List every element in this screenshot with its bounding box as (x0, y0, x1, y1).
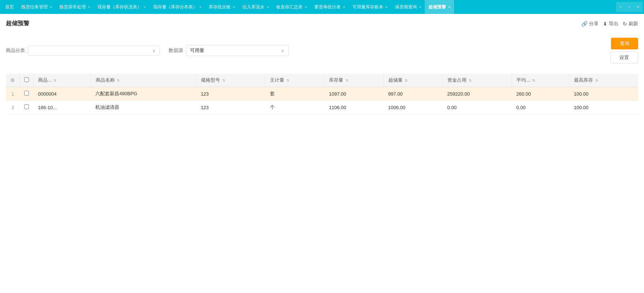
tab-3-close[interactable]: × (144, 5, 146, 9)
refresh-icon: ↻ (623, 21, 627, 27)
sort-max-icon: ⇅ (595, 78, 598, 82)
nav-next-btn[interactable]: › (625, 2, 634, 12)
col-header-avg[interactable]: 平均... ⇅ (512, 74, 570, 87)
col-header-unit[interactable]: 主计量 ⇅ (266, 74, 325, 87)
tab-10[interactable]: 保质期查询 × (391, 0, 425, 14)
row-capital-1: 0.00 (443, 101, 512, 114)
select-all-checkbox[interactable] (24, 77, 29, 82)
sort-capital-icon: ⇅ (469, 78, 472, 82)
col-header-max[interactable]: 最高库存 ⇅ (570, 74, 638, 87)
tab-3[interactable]: 现存量（库存状况表） × (94, 0, 150, 14)
row-code-1: 186-10... (34, 101, 91, 114)
row-spec-0: 123 (196, 87, 265, 101)
table-row: 2 186-10... 机油滤清器 123 个 1106.00 1006.00 … (6, 101, 638, 114)
nav-arrows: ‹ › × (616, 2, 643, 12)
page-actions: 🔗 分享 ⬇ 导出 ↻ 刷新 (581, 21, 638, 27)
sort-spec-icon: ⇅ (222, 78, 225, 82)
col-header-spec[interactable]: 规格型号 ⇅ (196, 74, 265, 87)
row-avg-1: 0.00 (512, 101, 570, 114)
sort-code-icon: ⇅ (54, 78, 56, 82)
col-header-name[interactable]: 商品名称 ⇅ (91, 74, 196, 87)
table-body: 1 0000004 六配套新昌490BPG 123 套 1097.00 997.… (6, 87, 638, 114)
tab-6-close[interactable]: × (267, 5, 269, 9)
tab-9[interactable]: 可用量库存账本 × (349, 0, 391, 14)
category-filter: 商品分类 ∨ (6, 46, 160, 56)
datasource-value: 可用量 (190, 47, 204, 54)
tab-7[interactable]: 收发存汇总表 × (272, 0, 311, 14)
sort-avg-icon: ⇅ (532, 78, 535, 82)
col-header-stock[interactable]: 库存量 ⇅ (325, 74, 384, 87)
row-checkbox-cell-0[interactable] (20, 87, 34, 101)
tab-8-close[interactable]: × (343, 5, 345, 9)
row-num-0: 1 (6, 87, 20, 101)
row-spec-1: 123 (196, 101, 265, 114)
row-unit-0: 套 (266, 87, 325, 101)
table-header-row: ⚙ 商品... ⇅ 商品名称 ⇅ 规格型号 ⇅ 主计量 (6, 74, 638, 87)
col-select-all[interactable] (20, 74, 34, 87)
row-checkbox-1[interactable] (24, 104, 29, 109)
nav-prev-btn[interactable]: ‹ (616, 2, 625, 12)
category-select[interactable]: ∨ (28, 46, 160, 56)
table-gear-icon[interactable]: ⚙ (10, 77, 15, 83)
sort-stock-icon: ⇅ (345, 78, 348, 82)
row-over-0: 997.00 (384, 87, 443, 101)
top-nav: 首页 拣货任务管理 × 拣货异常处理 × 现存量（库存状况表） × 现存量（库存… (0, 0, 644, 14)
tab-5-close[interactable]: × (233, 5, 235, 9)
tab-10-close[interactable]: × (419, 5, 421, 9)
row-max-1: 100.00 (570, 101, 638, 114)
col-header-over[interactable]: 超储量 ⇅ (384, 74, 443, 87)
page-title: 超储预警 (6, 20, 29, 27)
tab-8[interactable]: 要货单统计表 × (311, 0, 349, 14)
table-row: 1 0000004 六配套新昌490BPG 123 套 1097.00 997.… (6, 87, 638, 101)
row-avg-0: 260.00 (512, 87, 570, 101)
tab-11[interactable]: 超储预警 × (425, 0, 454, 14)
tab-1[interactable]: 拣货任务管理 × (18, 0, 56, 14)
row-over-1: 1006.00 (384, 101, 443, 114)
tab-1-close[interactable]: × (50, 5, 52, 9)
tab-2-close[interactable]: × (88, 5, 90, 9)
tab-11-close[interactable]: × (448, 5, 450, 9)
col-gear[interactable]: ⚙ (6, 74, 20, 87)
nav-close-btn[interactable]: × (634, 2, 643, 12)
row-max-0: 100.00 (570, 87, 638, 101)
row-unit-1: 个 (266, 101, 325, 114)
row-stock-1: 1106.00 (325, 101, 384, 114)
tab-7-close[interactable]: × (305, 5, 307, 9)
export-icon: ⬇ (603, 21, 607, 27)
category-label: 商品分类 (6, 47, 25, 54)
share-button[interactable]: 🔗 分享 (581, 21, 599, 27)
datasource-label: 数据源 (169, 47, 183, 54)
datasource-select[interactable]: 可用量 ∨ (186, 45, 289, 56)
category-chevron-icon: ∨ (152, 48, 156, 53)
row-checkbox-cell-1[interactable] (20, 101, 34, 114)
filter-bar: 商品分类 ∨ 数据源 可用量 ∨ 查询 设置 (6, 33, 638, 68)
row-capital-0: 259220.00 (443, 87, 512, 101)
tab-5[interactable]: 库存批次账 × (205, 0, 239, 14)
page-header: 超储预警 🔗 分享 ⬇ 导出 ↻ 刷新 (6, 20, 638, 27)
tab-4-close[interactable]: × (200, 5, 202, 9)
sort-over-icon: ⇅ (405, 78, 407, 82)
tab-6[interactable]: 出入库流水 × (239, 0, 272, 14)
share-icon: 🔗 (581, 21, 588, 27)
export-button[interactable]: ⬇ 导出 (603, 21, 618, 27)
main-content: 超储预警 🔗 分享 ⬇ 导出 ↻ 刷新 商品分类 ∨ 数据源 (0, 14, 644, 293)
settings-button[interactable]: 设置 (610, 52, 638, 63)
tab-2[interactable]: 拣货异常处理 × (56, 0, 94, 14)
row-name-0: 六配套新昌490BPG (91, 87, 196, 101)
nav-home[interactable]: 首页 (1, 0, 18, 14)
row-code-0: 0000004 (34, 87, 91, 101)
row-name-1: 机油滤清器 (91, 101, 196, 114)
col-header-capital[interactable]: 资金占用 ⇅ (443, 74, 512, 87)
tab-9-close[interactable]: × (385, 5, 388, 9)
row-stock-0: 1097.00 (325, 87, 384, 101)
datasource-chevron-icon: ∨ (281, 48, 285, 53)
tab-4[interactable]: 现存量（库存分布表） × (150, 0, 205, 14)
row-checkbox-0[interactable] (24, 91, 29, 96)
sort-name-icon: ⇅ (117, 78, 120, 82)
col-header-code[interactable]: 商品... ⇅ (34, 74, 91, 87)
datasource-filter: 数据源 可用量 ∨ (169, 45, 289, 56)
row-num-1: 2 (6, 101, 20, 114)
sort-unit-icon: ⇅ (286, 78, 289, 82)
query-button[interactable]: 查询 (611, 38, 638, 49)
refresh-button[interactable]: ↻ 刷新 (623, 21, 638, 27)
